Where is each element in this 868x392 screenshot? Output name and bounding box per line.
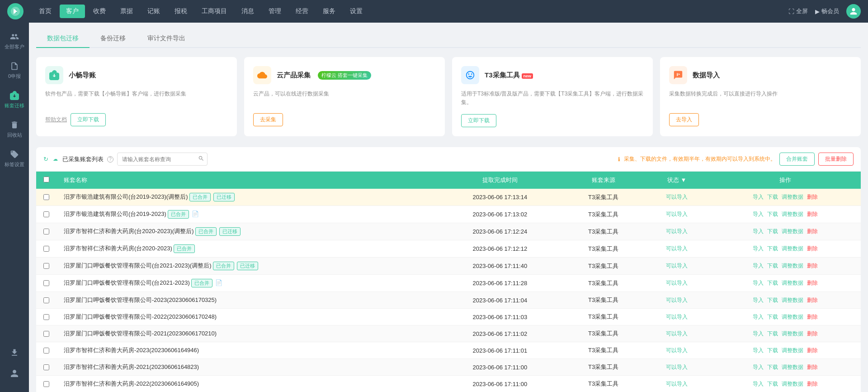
action-导入[interactable]: 导入 bbox=[753, 347, 764, 354]
select-all-checkbox[interactable] bbox=[43, 177, 49, 182]
action-导入[interactable]: 导入 bbox=[753, 194, 764, 200]
action-调整数据[interactable]: 调整数据 bbox=[782, 381, 803, 387]
action-调整数据[interactable]: 调整数据 bbox=[782, 263, 803, 269]
nav-item-operation[interactable]: 经营 bbox=[289, 5, 315, 18]
nav-item-settings[interactable]: 设置 bbox=[344, 5, 369, 18]
action-删除[interactable]: 删除 bbox=[807, 280, 818, 286]
action-导入[interactable]: 导入 bbox=[753, 245, 764, 252]
action-删除[interactable]: 删除 bbox=[807, 194, 818, 200]
download-now-btn-1[interactable]: 立即下载 bbox=[71, 113, 106, 126]
row-checkbox[interactable] bbox=[43, 297, 49, 303]
action-下载[interactable]: 下载 bbox=[767, 330, 778, 337]
sidebar-item-account-migration[interactable]: 账套迁移 bbox=[2, 86, 27, 114]
action-导入[interactable]: 导入 bbox=[753, 263, 764, 269]
row-checkbox[interactable] bbox=[43, 194, 49, 200]
action-下载[interactable]: 下载 bbox=[767, 297, 778, 303]
action-删除[interactable]: 删除 bbox=[807, 330, 818, 337]
nav-item-home[interactable]: 首页 bbox=[33, 5, 58, 18]
tab-audit-export[interactable]: 审计文件导出 bbox=[137, 30, 196, 48]
fullscreen-button[interactable]: ⛶ 全屏 bbox=[788, 7, 808, 15]
action-删除[interactable]: 删除 bbox=[807, 211, 818, 217]
action-调整数据[interactable]: 调整数据 bbox=[782, 194, 803, 200]
sidebar-item-user[interactable] bbox=[2, 364, 27, 383]
action-导入[interactable]: 导入 bbox=[753, 228, 764, 234]
action-下载[interactable]: 下载 bbox=[767, 228, 778, 234]
search-button[interactable] bbox=[194, 153, 208, 165]
action-导入[interactable]: 导入 bbox=[753, 314, 764, 320]
action-调整数据[interactable]: 调整数据 bbox=[782, 228, 803, 234]
nav-item-tax[interactable]: 报税 bbox=[168, 5, 193, 18]
action-删除[interactable]: 删除 bbox=[807, 347, 818, 354]
action-导入[interactable]: 导入 bbox=[753, 211, 764, 217]
action-调整数据[interactable]: 调整数据 bbox=[782, 364, 803, 370]
action-下载[interactable]: 下载 bbox=[767, 314, 778, 320]
row-checkbox[interactable] bbox=[43, 381, 49, 387]
go-import-btn[interactable]: 去导入 bbox=[669, 113, 699, 126]
download-now-btn-2[interactable]: 立即下载 bbox=[461, 114, 496, 127]
tab-backup-migration[interactable]: 备份迁移 bbox=[90, 30, 137, 48]
action-导入[interactable]: 导入 bbox=[753, 364, 764, 370]
action-下载[interactable]: 下载 bbox=[767, 280, 778, 286]
batch-delete-btn[interactable]: 批量删除 bbox=[818, 153, 854, 166]
action-下载[interactable]: 下载 bbox=[767, 263, 778, 269]
refresh-icon[interactable]: ↻ bbox=[43, 156, 48, 163]
action-调整数据[interactable]: 调整数据 bbox=[782, 211, 803, 217]
user-avatar[interactable] bbox=[846, 4, 861, 19]
row-checkbox[interactable] bbox=[43, 246, 49, 252]
help-doc-link[interactable]: 帮助文档 bbox=[45, 116, 67, 124]
nav-item-management[interactable]: 管理 bbox=[262, 5, 288, 18]
sidebar-item-recycle[interactable]: 回收站 bbox=[2, 115, 27, 143]
row-checkbox[interactable] bbox=[43, 280, 49, 286]
nav-item-business[interactable]: 工商项目 bbox=[195, 5, 233, 18]
action-导入[interactable]: 导入 bbox=[753, 330, 764, 337]
action-下载[interactable]: 下载 bbox=[767, 347, 778, 354]
action-删除[interactable]: 删除 bbox=[807, 381, 818, 387]
row-checkbox[interactable] bbox=[43, 211, 49, 217]
file-icon[interactable]: 📄 bbox=[192, 210, 199, 217]
sidebar-item-zero-declaration[interactable]: 0申报 bbox=[2, 57, 27, 84]
action-删除[interactable]: 删除 bbox=[807, 297, 818, 303]
action-导入[interactable]: 导入 bbox=[753, 381, 764, 387]
action-调整数据[interactable]: 调整数据 bbox=[782, 314, 803, 320]
action-删除[interactable]: 删除 bbox=[807, 228, 818, 234]
account-tag: 已合并 bbox=[195, 227, 217, 236]
info-icon[interactable]: ? bbox=[107, 156, 113, 163]
nav-item-message[interactable]: 消息 bbox=[235, 5, 260, 18]
row-checkbox[interactable] bbox=[43, 331, 49, 337]
nav-item-bookkeeping[interactable]: 记账 bbox=[141, 5, 166, 18]
sidebar-item-tag-settings[interactable]: 标签设置 bbox=[2, 145, 27, 172]
action-下载[interactable]: 下载 bbox=[767, 245, 778, 252]
nav-item-client[interactable]: 客户 bbox=[60, 5, 85, 18]
nav-item-invoice[interactable]: 票据 bbox=[114, 5, 139, 18]
action-删除[interactable]: 删除 bbox=[807, 364, 818, 370]
merge-accounts-btn[interactable]: 合并账套 bbox=[779, 153, 815, 166]
row-checkbox[interactable] bbox=[43, 314, 49, 320]
vip-button[interactable]: ▶ 畅会员 bbox=[815, 7, 839, 15]
action-调整数据[interactable]: 调整数据 bbox=[782, 245, 803, 252]
action-调整数据[interactable]: 调整数据 bbox=[782, 280, 803, 286]
action-下载[interactable]: 下载 bbox=[767, 381, 778, 387]
row-checkbox[interactable] bbox=[43, 348, 49, 354]
action-导入[interactable]: 导入 bbox=[753, 297, 764, 303]
sidebar-item-all-clients[interactable]: 全部客户 bbox=[2, 27, 27, 55]
nav-item-service[interactable]: 服务 bbox=[316, 5, 342, 18]
action-导入[interactable]: 导入 bbox=[753, 280, 764, 286]
search-input[interactable] bbox=[118, 154, 194, 165]
action-删除[interactable]: 删除 bbox=[807, 314, 818, 320]
tab-data-migration[interactable]: 数据包迁移 bbox=[36, 30, 90, 48]
row-checkbox[interactable] bbox=[43, 263, 49, 269]
action-下载[interactable]: 下载 bbox=[767, 364, 778, 370]
action-调整数据[interactable]: 调整数据 bbox=[782, 297, 803, 303]
row-checkbox[interactable] bbox=[43, 229, 49, 234]
action-下载[interactable]: 下载 bbox=[767, 211, 778, 217]
file-icon[interactable]: 📄 bbox=[215, 279, 222, 286]
action-调整数据[interactable]: 调整数据 bbox=[782, 347, 803, 354]
action-调整数据[interactable]: 调整数据 bbox=[782, 330, 803, 337]
sidebar-item-download[interactable] bbox=[2, 343, 27, 362]
row-checkbox[interactable] bbox=[43, 364, 49, 370]
action-删除[interactable]: 删除 bbox=[807, 263, 818, 269]
action-下载[interactable]: 下载 bbox=[767, 194, 778, 200]
nav-item-billing[interactable]: 收费 bbox=[87, 5, 112, 18]
collect-btn[interactable]: 去采集 bbox=[253, 113, 283, 126]
action-删除[interactable]: 删除 bbox=[807, 245, 818, 252]
